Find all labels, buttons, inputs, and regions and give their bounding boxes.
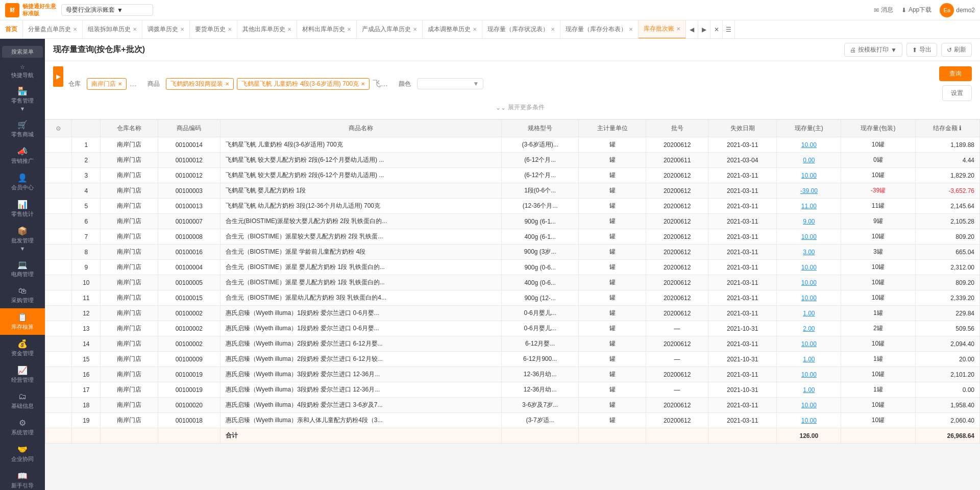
goods-code-cell: 00100016 (158, 244, 220, 260)
stock-main-cell[interactable]: 1.00 (777, 352, 841, 367)
close-icon[interactable]: ✕ (73, 27, 77, 32)
tab-product-in[interactable]: 产成品入库单历史 ✕ (357, 20, 423, 39)
tag-close-icon[interactable]: ✕ (118, 81, 122, 87)
tab-other-out[interactable]: 其他出库单历史 ✕ (237, 20, 297, 39)
tab-stock-status[interactable]: 现存量（库存状况表） ✕ (482, 20, 560, 39)
stock-main-cell[interactable]: 1.00 (777, 382, 841, 398)
tab-material-out[interactable]: 材料出库单历史 ✕ (297, 20, 357, 39)
sidebar-item-marketing[interactable]: 📣 营销推广 (0, 142, 45, 169)
close-icon[interactable]: ✕ (180, 27, 184, 32)
sidebar-item-system-mgmt[interactable]: ⚙ 系统管理 (0, 414, 45, 440)
sidebar-item-ecommerce[interactable]: 💻 电商管理 (0, 256, 45, 282)
stock-main-cell[interactable]: 10.00 (777, 336, 841, 352)
sidebar-item-retail-mall[interactable]: 🛒 零售商城 (0, 116, 45, 142)
tab-zu-chai[interactable]: 组装拆卸单历史 ✕ (83, 20, 142, 39)
stock-main-cell[interactable]: 10.00 (777, 398, 841, 413)
close-icon[interactable]: ✕ (629, 27, 633, 32)
expand-column-button[interactable]: ▶ (53, 66, 63, 87)
balance-cell: -3,652.76 (915, 183, 979, 199)
tab-batch-account[interactable]: 库存批次账 ✕ (639, 20, 686, 39)
sidebar-item-enterprise-coop[interactable]: 🤝 企业协同 (0, 440, 45, 467)
warehouse-tag-nanan[interactable]: 南岸门店 ✕ (87, 78, 127, 90)
store-selector[interactable]: 母婴行业演示账套 ▼ (61, 4, 153, 16)
close-icon[interactable]: ✕ (473, 27, 477, 32)
tab-menu-button[interactable]: ☰ (723, 20, 735, 39)
tag-close-icon[interactable]: ✕ (361, 81, 365, 87)
stock-main-cell[interactable]: 3.00 (777, 244, 841, 260)
goods-more-button[interactable]: 飞... (373, 79, 387, 89)
goods-name-col-header: 商品名称 (220, 120, 502, 137)
tab-close-button[interactable]: ✕ (710, 20, 723, 39)
color-input-field[interactable] (422, 80, 473, 87)
goods-tag-2[interactable]: 飞鹤星飞帆 儿童奶粉 4段(3-6岁适用) 700克 ✕ (237, 78, 370, 90)
stock-main-cell[interactable]: 1.00 (777, 306, 841, 321)
goods-name-cell: 合生元（BIOSTIME）派星 学龄前儿童配方奶粉 4段 (220, 244, 502, 260)
messages-button[interactable]: ✉ 消息 (874, 6, 893, 14)
close-icon[interactable]: ✕ (551, 27, 555, 32)
tab-next-button[interactable]: ▶ (698, 20, 710, 39)
close-icon[interactable]: ✕ (676, 26, 680, 32)
stock-main-cell[interactable]: 9.00 (777, 214, 841, 229)
stock-main-cell[interactable]: 2.00 (777, 321, 841, 336)
chevron-down-icon[interactable]: ▼ (473, 80, 479, 87)
tag-close-icon[interactable]: ✕ (225, 81, 229, 87)
stock-main-cell[interactable]: 10.00 (777, 137, 841, 153)
close-icon[interactable]: ✕ (287, 27, 291, 32)
query-button[interactable]: 查询 (939, 66, 972, 81)
sidebar-item-operation-mgmt[interactable]: 📈 经营管理 (0, 361, 45, 388)
sidebar-item-wholesale-mgmt[interactable]: 📦 批发管理 ▼ (0, 222, 45, 256)
stock-main-cell[interactable]: 0.00 (777, 153, 841, 168)
warehouse-cell: 南岸门店 (101, 413, 158, 428)
chevron-down-icon: ⌄⌄ (496, 104, 506, 111)
settings-cell (45, 244, 72, 260)
refresh-button[interactable]: ↺ 刷新 (941, 43, 972, 57)
expand-more-button[interactable]: ⌄⌄ 展开更多条件 (496, 103, 545, 112)
goods-tag-1[interactable]: 飞鹤奶粉3段两提装 ✕ (166, 78, 234, 90)
tab-cost-adj[interactable]: 成本调整单历史 ✕ (423, 20, 482, 39)
close-icon[interactable]: ✕ (228, 27, 232, 32)
sidebar-item-new-guide[interactable]: 📖 新手引导 (0, 467, 45, 490)
stock-main-cell[interactable]: 10.00 (777, 229, 841, 244)
close-icon[interactable]: ✕ (133, 27, 137, 32)
tab-yao-huo[interactable]: 要货单历史 ✕ (190, 20, 237, 39)
stock-main-cell[interactable]: 10.00 (777, 168, 841, 183)
tab-stock-dist[interactable]: 现存量（库存分布表） ✕ (560, 20, 639, 39)
table-row: 18 南岸门店 00100020 惠氏启臻（Wyeth illuma）4段奶粉 … (45, 398, 980, 413)
tab-diao-bo[interactable]: 调拨单历史 ✕ (142, 20, 190, 39)
close-icon[interactable]: ✕ (347, 27, 351, 32)
stock-main-cell[interactable]: 10.00 (777, 290, 841, 306)
stock-main-cell[interactable]: 11.00 (777, 199, 841, 214)
sidebar-item-member-center[interactable]: 👤 会员中心 (0, 169, 45, 195)
stock-main-cell[interactable]: 10.00 (777, 260, 841, 275)
tab-other-out-label: 其他出库单历史 (242, 25, 285, 34)
tab-home[interactable]: 首页 (0, 20, 23, 39)
stock-main-cell[interactable]: 10.00 (777, 367, 841, 382)
sidebar-item-finance-mgmt[interactable]: 💰 资金管理 (0, 335, 45, 361)
user-profile-button[interactable]: Ea demo2 (940, 3, 975, 17)
messages-label: 消息 (881, 6, 893, 14)
stock-main-cell[interactable]: 10.00 (777, 413, 841, 428)
balance-cell: 509.56 (915, 321, 979, 336)
tab-prev-button[interactable]: ◀ (686, 20, 698, 39)
sidebar-item-purchase-mgmt[interactable]: 🛍 采购管理 (0, 282, 45, 308)
settings-button[interactable]: 设置 (942, 85, 972, 101)
tab-fen-pan[interactable]: 分量盘点单历史 ✕ (23, 20, 83, 39)
batch-cell: 20200612 (646, 183, 708, 199)
app-download-button[interactable]: ⬇ App下载 (901, 6, 932, 14)
print-button[interactable]: 🖨 按模板打印 ▼ (844, 43, 902, 57)
export-button[interactable]: ⬆ 导出 (906, 43, 937, 57)
sidebar-item-stock-check[interactable]: 📋 库存核算 (0, 308, 45, 335)
stock-main-cell[interactable]: -39.00 (777, 183, 841, 199)
sidebar-item-retail-stats[interactable]: 📊 零售统计 (0, 195, 45, 222)
quick-nav-button[interactable]: ☆ 快捷导航 (0, 61, 45, 82)
close-icon[interactable]: ✕ (413, 27, 417, 32)
sidebar-item-retail-mgmt[interactable]: 🏪 零售管理 ▼ (0, 82, 45, 116)
warehouse-more-button[interactable]: ... (130, 79, 136, 88)
sidebar-item-basic-info[interactable]: 🗂 基础信息 (0, 388, 45, 414)
settings-col-header[interactable]: ⚙ (45, 120, 72, 137)
search-menu-button[interactable]: 搜索菜单 (2, 46, 43, 58)
color-filter-input[interactable]: ▼ (417, 78, 483, 89)
mall-icon: 🛒 (17, 120, 28, 130)
stock-main-cell[interactable]: 10.00 (777, 275, 841, 290)
tab-zu-chai-label: 组装拆卸单历史 (88, 25, 131, 34)
